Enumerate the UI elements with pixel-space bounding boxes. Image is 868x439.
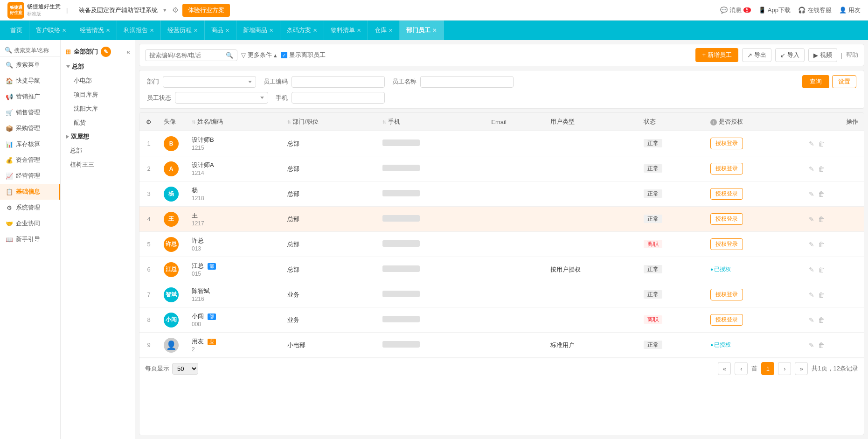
tab-close-warehouse[interactable]: ✕ xyxy=(389,28,393,34)
tab-bom[interactable]: 物料清单 ✕ xyxy=(324,21,368,40)
next-page-btn[interactable]: › xyxy=(778,362,791,375)
dept-collapse-button[interactable]: « xyxy=(126,48,130,56)
import-button[interactable]: ↙ 导入 xyxy=(775,48,805,62)
auth-login-button[interactable]: 授权登录 xyxy=(710,314,743,326)
emp-status-select[interactable] xyxy=(175,92,268,104)
tab-profit[interactable]: 利润报告 ✕ xyxy=(117,21,161,40)
dept-item-shenyang[interactable]: 沈阳大库 xyxy=(61,102,135,116)
col-settings[interactable]: ⚙ xyxy=(139,113,158,131)
set-button[interactable]: 设置 xyxy=(832,75,856,88)
col-settings-icon[interactable]: ⚙ xyxy=(146,118,152,125)
auth-login-button[interactable]: 授权登录 xyxy=(710,238,743,250)
dept-group-zongbu[interactable]: 总部 xyxy=(61,60,135,74)
sidebar-item-inventory[interactable]: 📊 库存核算 xyxy=(0,136,60,152)
prev-page-btn[interactable]: ‹ xyxy=(735,362,748,375)
dept-item-zongbu[interactable]: 总部 xyxy=(61,144,135,158)
delete-icon[interactable]: 🗑 xyxy=(818,241,825,248)
edit-icon[interactable]: ✎ xyxy=(809,291,814,299)
delete-icon[interactable]: 🗑 xyxy=(818,266,825,273)
more-filter-button[interactable]: ▽ 更多条件 ▴ xyxy=(241,51,277,59)
dept-item-peihuo[interactable]: 配货 xyxy=(61,116,135,130)
auth-login-button[interactable]: 授权登录 xyxy=(710,188,743,200)
emp-code-input[interactable] xyxy=(292,76,385,88)
col-name[interactable]: ⇅ 姓名/编码 xyxy=(186,113,282,131)
tab-close-barcode[interactable]: ✕ xyxy=(313,28,317,34)
add-employee-button[interactable]: + 新增员工 xyxy=(695,48,738,62)
sidebar-search-input[interactable] xyxy=(14,47,51,54)
tab-close-new-goods[interactable]: ✕ xyxy=(269,28,273,34)
sidebar-item-guide[interactable]: 📖 新手引导 xyxy=(0,231,60,247)
edit-icon[interactable]: ✎ xyxy=(809,266,814,273)
edit-icon[interactable]: ✎ xyxy=(809,190,814,198)
online-service-button[interactable]: 🎧 在线客服 xyxy=(798,6,832,14)
sidebar-item-sales[interactable]: 🛒 销售管理 xyxy=(0,105,60,120)
sort-phone-icon[interactable]: ⇅ xyxy=(382,119,386,125)
user-avatar[interactable]: 👤 用友 xyxy=(839,6,861,14)
delete-icon[interactable]: 🗑 xyxy=(818,291,825,299)
dept-item-zhishu[interactable]: 植树王三 xyxy=(61,158,135,172)
dept-edit-button[interactable]: ✎ xyxy=(101,47,111,57)
sidebar-item-basicinfo[interactable]: 📋 基础信息 xyxy=(0,184,60,200)
sidebar-item-operations[interactable]: 📈 经营管理 xyxy=(0,168,60,184)
tab-close-history[interactable]: ✕ xyxy=(194,28,198,34)
sort-dept-icon[interactable]: ⇅ xyxy=(287,119,291,125)
auth-login-button[interactable]: 授权登录 xyxy=(710,213,743,225)
message-button[interactable]: 💬 消息 5 xyxy=(720,6,751,14)
sort-name-icon[interactable]: ⇅ xyxy=(192,119,195,125)
edit-icon[interactable]: ✎ xyxy=(809,165,814,173)
query-button[interactable]: 查询 xyxy=(802,75,829,88)
sidebar-item-collab[interactable]: 🤝 企业协同 xyxy=(0,216,60,231)
sidebar-item-quicknav[interactable]: 🏠 快捷导航 xyxy=(0,73,60,89)
trial-button[interactable]: 体验行业方案 xyxy=(182,4,230,17)
edit-icon[interactable]: ✎ xyxy=(809,316,814,324)
search-input[interactable] xyxy=(149,52,224,59)
auth-login-button[interactable]: 授权登录 xyxy=(710,289,743,300)
tab-close-customer[interactable]: ✕ xyxy=(62,28,66,34)
resigned-checkbox[interactable]: ✓ xyxy=(281,52,287,58)
col-dept[interactable]: ⇅ 部门/职位 xyxy=(282,113,377,131)
page-1-btn[interactable]: 1 xyxy=(761,362,774,375)
edit-icon[interactable]: ✎ xyxy=(809,341,814,349)
tab-close-bom[interactable]: ✕ xyxy=(357,28,361,34)
app-download-button[interactable]: 📱 App下载 xyxy=(758,6,791,14)
tab-new-goods[interactable]: 新增商品 ✕ xyxy=(236,21,280,40)
help-icon[interactable]: 帮助 xyxy=(846,51,858,59)
first-page-btn[interactable]: « xyxy=(718,362,731,375)
delete-icon[interactable]: 🗑 xyxy=(818,216,825,223)
dept-item-project[interactable]: 项目库房 xyxy=(61,88,135,102)
tab-warehouse[interactable]: 仓库 ✕ xyxy=(368,21,400,40)
edit-icon[interactable]: ✎ xyxy=(809,140,814,147)
phone-input[interactable] xyxy=(292,92,385,104)
delete-icon[interactable]: 🗑 xyxy=(818,341,825,349)
dept-group-shuangwu[interactable]: 双屋想 xyxy=(61,130,135,144)
dept-item-xiaodian[interactable]: 小电部 xyxy=(61,74,135,88)
sidebar-item-purchase[interactable]: 📦 采购管理 xyxy=(0,120,60,136)
sidebar-item-search[interactable]: 🔍 搜索菜单 xyxy=(0,57,60,73)
settings-icon[interactable]: ⚙ xyxy=(172,6,179,14)
dropdown-arrow-icon[interactable]: ▾ xyxy=(163,7,167,14)
tab-customer[interactable]: 客户联络 ✕ xyxy=(29,21,73,40)
auth-login-button[interactable]: 授权登录 xyxy=(710,138,743,149)
emp-name-input[interactable] xyxy=(420,76,514,88)
sidebar-item-marketing[interactable]: 📢 营销推广 xyxy=(0,89,60,105)
tab-close-employees[interactable]: ✕ xyxy=(432,28,437,34)
sidebar-item-finance[interactable]: 💰 资金管理 xyxy=(0,152,60,168)
video-button[interactable]: ▶ 视频 xyxy=(808,48,837,62)
per-page-select[interactable]: 50 100 xyxy=(172,363,198,375)
delete-icon[interactable]: 🗑 xyxy=(818,190,825,198)
tab-operation[interactable]: 经营情况 ✕ xyxy=(73,21,117,40)
delete-icon[interactable]: 🗑 xyxy=(818,140,825,147)
tab-goods[interactable]: 商品 ✕ xyxy=(205,21,236,40)
auth-login-button[interactable]: 授权登录 xyxy=(710,163,743,174)
dept-select[interactable] xyxy=(163,76,256,88)
search-icon[interactable]: 🔍 xyxy=(226,52,233,59)
tab-home[interactable]: 首页 xyxy=(4,21,29,40)
more-options-icon[interactable]: | xyxy=(841,52,842,59)
export-button[interactable]: ↗ 导出 xyxy=(742,48,771,62)
delete-icon[interactable]: 🗑 xyxy=(818,316,825,324)
tab-close-profit[interactable]: ✕ xyxy=(150,28,154,34)
edit-icon[interactable]: ✎ xyxy=(809,241,814,248)
sidebar-item-system[interactable]: ⚙ 系统管理 xyxy=(0,200,60,216)
tab-employees[interactable]: 部门员工 ✕ xyxy=(400,21,444,40)
tab-barcode[interactable]: 条码方案 ✕ xyxy=(280,21,324,40)
